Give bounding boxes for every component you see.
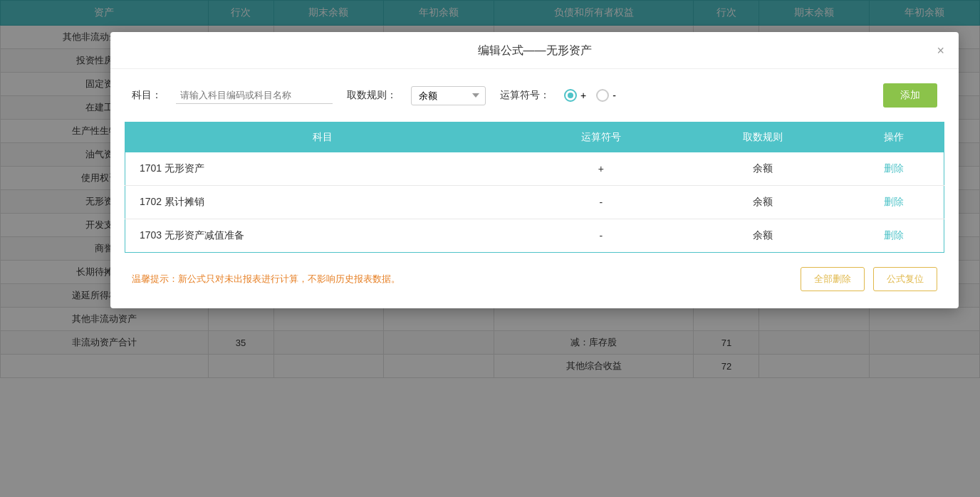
radio-plus-circle [564,89,577,102]
formula-row: 1703 无形资产减值准备-余额删除 [125,219,944,253]
formula-subject: 1701 无形资产 [125,152,521,186]
formula-operator: - [520,219,682,253]
edit-formula-modal: 编辑公式——无形资产 × 科目： 取数规则： 余额借方发生额贷方发生额 运算符号… [110,32,959,308]
radio-minus-circle [596,89,609,102]
formula-action: 删除 [844,186,944,219]
modal-close-button[interactable]: × [934,41,947,60]
delete-row-2-button[interactable]: 删除 [884,229,904,241]
form-row: 科目： 取数规则： 余额借方发生额贷方发生额 运算符号： + - 添加 [110,69,959,122]
rule-select[interactable]: 余额借方发生额贷方发生额 [411,86,486,105]
formula-subject: 1703 无形资产减值准备 [125,219,521,253]
add-button[interactable]: 添加 [883,83,937,108]
operator-minus-radio[interactable]: - [596,89,616,102]
formula-row: 1702 累计摊销-余额删除 [125,186,944,219]
modal-header: 编辑公式——无形资产 × [110,32,959,69]
table-header-operator: 运算符号 [520,122,682,153]
subject-input[interactable] [176,87,333,104]
table-header-action: 操作 [844,122,944,153]
formula-rule: 余额 [682,186,843,219]
delete-row-1-button[interactable]: 删除 [884,196,904,207]
formula-operator: - [520,186,682,219]
modal-footer: 温馨提示：新公式只对未出报表进行计算，不影响历史报表数据。 全部删除 公式复位 [110,253,959,291]
formula-rule: 余额 [682,152,843,186]
formula-operator: + [520,152,682,186]
operator-label: 运算符号： [500,89,550,102]
table-header-subject: 科目 [125,122,521,153]
hint-text: 温馨提示：新公式只对未出报表进行计算，不影响历史报表数据。 [132,273,400,286]
subject-label: 科目： [132,89,162,102]
delete-row-0-button[interactable]: 删除 [884,162,904,174]
formula-row: 1701 无形资产+余额删除 [125,152,944,186]
formula-subject: 1702 累计摊销 [125,186,521,219]
formula-action: 删除 [844,219,944,253]
delete-all-button[interactable]: 全部删除 [801,267,865,291]
table-header-rule: 取数规则 [682,122,843,153]
rule-label: 取数规则： [347,89,397,102]
operator-radio-group: + - [564,89,616,102]
formula-action: 删除 [844,152,944,186]
operator-minus-label: - [612,90,616,101]
formula-table-wrap: 科目 运算符号 取数规则 操作 1701 无形资产+余额删除1702 累计摊销-… [125,122,944,253]
operator-plus-label: + [580,90,586,101]
footer-buttons: 全部删除 公式复位 [801,267,937,291]
operator-plus-radio[interactable]: + [564,89,586,102]
formula-rule: 余额 [682,219,843,253]
rule-select-wrap: 余额借方发生额贷方发生额 [411,86,486,105]
modal-title: 编辑公式——无形资产 [478,43,592,58]
formula-table: 科目 运算符号 取数规则 操作 1701 无形资产+余额删除1702 累计摊销-… [125,122,944,253]
reset-formula-button[interactable]: 公式复位 [873,267,937,291]
